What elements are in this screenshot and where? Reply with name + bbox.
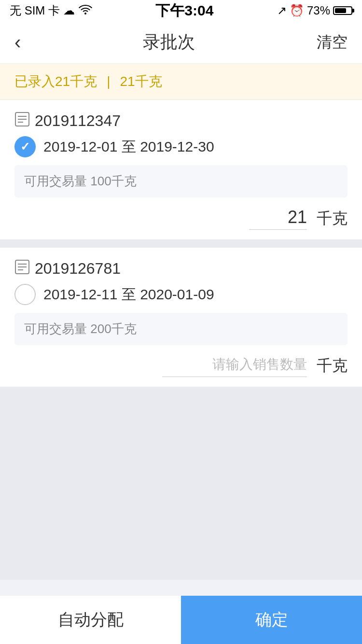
batch-date-1: 2019-12-01 至 2019-12-30 [43,137,214,157]
recorded-amount: 已录入21千克 [14,72,97,91]
battery-icon [333,6,352,15]
batch1-amount-row: 21 千克 [0,197,362,240]
batch-item-1: 2019112347 ✓ 2019-12-01 至 2019-12-30 可用交… [0,100,362,197]
total-amount: 21千克 [120,72,162,91]
batch2-qty-input[interactable] [162,355,307,377]
batch1-amount-unit: 千克 [317,208,348,229]
bottom-spacer [0,387,362,580]
available-qty-1: 可用交易量 100千克 [14,165,348,197]
status-right: ↗ ⏰ 73% [277,4,352,17]
checkmark-1: ✓ [20,140,30,154]
batch-item-2: 2019126781 2019-12-11 至 2020-01-09 可用交易量… [0,248,362,345]
status-left: 无 SIM 卡 ☁ [10,3,92,18]
section-separator [0,240,362,248]
confirm-button[interactable]: 确定 [181,596,362,644]
batch-icon-1 [14,112,30,130]
batch-icon-2 [14,259,30,278]
auto-distribute-button[interactable]: 自动分配 [0,596,181,644]
batch-id-1: 2019112347 [35,112,121,130]
batch1-amount-value: 21 [288,207,307,227]
battery-percentage: 73% [307,4,330,17]
status-bar: 无 SIM 卡 ☁ 下午3:04 ↗ ⏰ 73% [0,0,362,21]
page-title: 录批次 [143,30,195,54]
info-divider: | [107,74,110,89]
available-qty-2: 可用交易量 200千克 [14,313,348,345]
status-time: 下午3:04 [155,1,213,21]
batch1-amount-wrapper: 21 [249,207,307,230]
batch-date-2: 2019-12-11 至 2020-01-09 [43,285,214,305]
alarm-icon: ⏰ [290,4,304,17]
back-button[interactable]: ‹ [14,31,21,53]
info-banner: 已录入21千克 | 21千克 [0,64,362,100]
wifi-icon [79,4,92,17]
location-icon: ↗ [277,4,287,17]
batch2-unit-label: 千克 [317,355,348,377]
no-sim-text: 无 SIM 卡 ☁ [10,3,75,18]
batch-radio-1[interactable]: ✓ [14,136,36,157]
nav-bar: ‹ 录批次 清空 [0,21,362,64]
bottom-bar: 自动分配 确定 [0,596,362,644]
batch-radio-2[interactable] [14,284,36,305]
batch-id-2: 2019126781 [35,260,121,278]
clear-button[interactable]: 清空 [317,32,348,53]
batch2-input-row: 千克 [0,345,362,387]
